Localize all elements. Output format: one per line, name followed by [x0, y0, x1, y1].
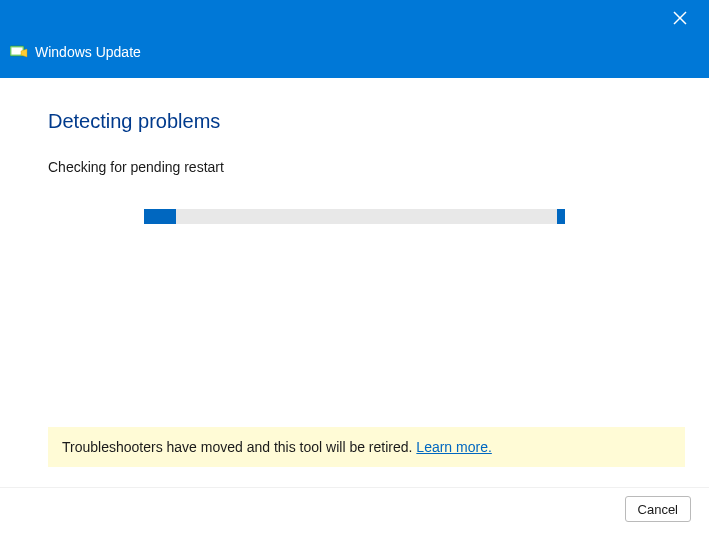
progress-tail — [557, 209, 565, 224]
title-bar: Windows Update — [0, 0, 709, 78]
progress-bar — [144, 209, 565, 224]
cancel-button[interactable]: Cancel — [625, 496, 691, 522]
close-icon — [673, 11, 687, 25]
notice-text: Troubleshooters have moved and this tool… — [62, 439, 416, 455]
close-button[interactable] — [665, 6, 695, 30]
page-heading: Detecting problems — [48, 110, 661, 133]
footer: Cancel — [0, 487, 709, 545]
progress-fill — [144, 209, 176, 224]
deprecation-notice: Troubleshooters have moved and this tool… — [48, 427, 685, 467]
content-area: Detecting problems Checking for pending … — [0, 78, 709, 487]
windows-update-icon — [10, 44, 28, 60]
window-title: Windows Update — [35, 44, 141, 60]
learn-more-link[interactable]: Learn more. — [416, 439, 491, 455]
status-text: Checking for pending restart — [48, 159, 661, 175]
